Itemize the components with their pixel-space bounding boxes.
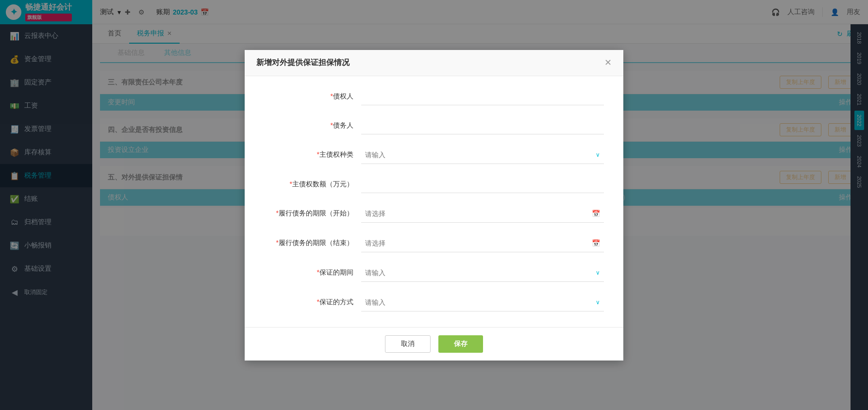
field-obligation-start: *履行债务的期限（开始） 📅 (264, 205, 604, 223)
dialog-add-guarantee: 新增对外提供保证担保情况 ✕ *债权人 *债务人 * (245, 50, 623, 361)
debt-type-select-wrapper: ∨ (361, 146, 604, 164)
cancel-button[interactable]: 取消 (385, 335, 431, 353)
debtor-label: *债务人 (264, 121, 361, 130)
debt-amount-label: *主债权数额（万元） (264, 180, 361, 189)
guarantee-method-select-wrapper: ∨ (361, 294, 604, 312)
field-debt-type: *主债权种类 ∨ (264, 146, 604, 164)
obligation-end-date-wrapper: 📅 (361, 234, 604, 252)
debt-amount-input[interactable] (361, 176, 604, 193)
debtor-input[interactable] (361, 117, 604, 134)
dialog-close-button[interactable]: ✕ (604, 58, 612, 67)
field-guarantee-method: *保证的方式 ∨ (264, 294, 604, 312)
save-button[interactable]: 保存 (438, 335, 483, 353)
field-creditor: *债权人 (264, 88, 604, 105)
field-guarantee-period: *保证的期间 ∨ (264, 264, 604, 282)
guarantee-period-input[interactable] (361, 264, 592, 281)
obligation-start-input[interactable] (361, 205, 588, 222)
creditor-input[interactable] (361, 88, 604, 105)
debt-type-input[interactable] (361, 146, 592, 164)
guarantee-method-label: *保证的方式 (264, 298, 361, 307)
dialog-title: 新增对外提供保证担保情况 (256, 58, 350, 68)
obligation-start-date-wrapper: 📅 (361, 205, 604, 223)
debt-type-label: *主债权种类 (264, 150, 361, 159)
field-obligation-end: *履行债务的期限（结束） 📅 (264, 234, 604, 252)
debt-type-chevron-icon[interactable]: ∨ (592, 151, 604, 158)
guarantee-method-input[interactable] (361, 294, 592, 311)
obligation-end-calendar-icon[interactable]: 📅 (588, 239, 604, 247)
dialog-footer: 取消 保存 (245, 327, 623, 361)
obligation-end-label: *履行债务的期限（结束） (264, 239, 361, 247)
obligation-start-label: *履行债务的期限（开始） (264, 209, 361, 218)
creditor-label: *债权人 (264, 92, 361, 101)
guarantee-period-select-wrapper: ∨ (361, 264, 604, 282)
dialog-header: 新增对外提供保证担保情况 ✕ (245, 50, 623, 76)
modal-overlay: 新增对外提供保证担保情况 ✕ *债权人 *债务人 * (0, 0, 868, 410)
guarantee-period-chevron-icon[interactable]: ∨ (592, 269, 604, 276)
obligation-start-calendar-icon[interactable]: 📅 (588, 210, 604, 217)
guarantee-period-label: *保证的期间 (264, 268, 361, 277)
guarantee-method-chevron-icon[interactable]: ∨ (592, 299, 604, 306)
obligation-end-input[interactable] (361, 234, 588, 252)
field-debt-amount: *主债权数额（万元） (264, 176, 604, 193)
field-debtor: *债务人 (264, 117, 604, 134)
dialog-body: *债权人 *债务人 *主债权种类 ∨ (245, 76, 623, 327)
